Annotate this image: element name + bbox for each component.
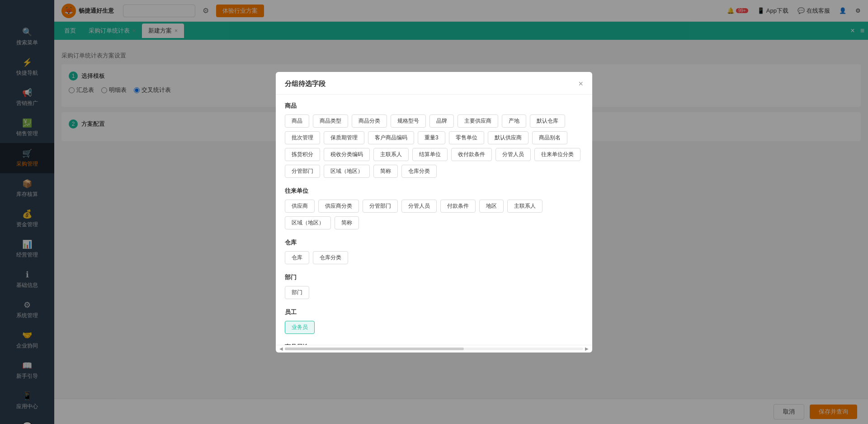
field-batch-mgmt[interactable]: 批次管理 [285, 131, 320, 144]
field-spec-type[interactable]: 规格型号 [391, 114, 426, 128]
field-dept2[interactable]: 分管部门 [363, 200, 398, 213]
section-dept-title: 部门 [285, 273, 583, 281]
field-pickup-score[interactable]: 拣货积分 [285, 148, 320, 161]
modal-overlay: 分组待选字段 × 商品 商品 商品类型 商品分类 规格型号 品牌 主要供应商 产… [0, 0, 868, 424]
hscroll-right-arrow[interactable]: ▶ [585, 346, 589, 351]
hscroll-thumb [285, 348, 464, 350]
section-product-title: 商品 [285, 102, 583, 110]
field-payment-condition[interactable]: 付款条件 [440, 200, 476, 213]
hscroll-track [285, 348, 583, 350]
field-region2[interactable]: 地区 [479, 200, 504, 213]
field-warehouse[interactable]: 仓库 [285, 251, 309, 264]
partner-fields: 供应商 供应商分类 分管部门 分管人员 付款条件 地区 主联系人 区域（地区） … [285, 200, 583, 229]
field-main-supplier[interactable]: 主要供应商 [458, 114, 498, 128]
hscroll-left-arrow[interactable]: ◀ [279, 346, 283, 351]
section-employee: 员工 业务员 [285, 308, 583, 334]
field-customer-code[interactable]: 客户商品编码 [368, 131, 414, 144]
field-manager[interactable]: 分管人员 [495, 148, 531, 161]
field-main-contact[interactable]: 主联系人 [373, 148, 409, 161]
field-default-warehouse[interactable]: 默认仓库 [530, 114, 565, 128]
field-manager2[interactable]: 分管人员 [401, 200, 437, 213]
field-short-name2[interactable]: 简称 [335, 216, 359, 229]
section-warehouse-title: 仓库 [285, 238, 583, 247]
field-tax-code[interactable]: 税收分类编码 [324, 148, 370, 161]
field-product-category[interactable]: 商品分类 [352, 114, 387, 128]
field-supplier-category[interactable]: 供应商分类 [318, 200, 359, 213]
modal-header: 分组待选字段 × [276, 72, 592, 95]
field-default-supplier[interactable]: 默认供应商 [488, 131, 528, 144]
dept-fields: 部门 [285, 286, 583, 299]
field-origin[interactable]: 产地 [502, 114, 526, 128]
field-main-contact2[interactable]: 主联系人 [507, 200, 542, 213]
section-warehouse: 仓库 仓库 仓库分类 [285, 238, 583, 264]
field-product[interactable]: 商品 [285, 114, 309, 128]
modal-title: 分组待选字段 [285, 80, 326, 88]
modal-body[interactable]: 商品 商品 商品类型 商品分类 规格型号 品牌 主要供应商 产地 默认仓库 批次… [276, 95, 592, 345]
field-dept[interactable]: 分管部门 [285, 165, 320, 178]
field-region3[interactable]: 区域（地区） [285, 216, 331, 229]
field-short-name[interactable]: 简称 [373, 165, 398, 178]
warehouse-fields: 仓库 仓库分类 [285, 251, 583, 264]
field-product-type[interactable]: 商品类型 [313, 114, 348, 128]
section-partner: 往来单位 供应商 供应商分类 分管部门 分管人员 付款条件 地区 主联系人 区域… [285, 187, 583, 229]
section-product: 商品 商品 商品类型 商品分类 规格型号 品牌 主要供应商 产地 默认仓库 批次… [285, 102, 583, 178]
field-from-unit-cat[interactable]: 往来单位分类 [534, 148, 580, 161]
product-fields: 商品 商品类型 商品分类 规格型号 品牌 主要供应商 产地 默认仓库 批次管理 … [285, 114, 583, 178]
field-retail-unit[interactable]: 零售单位 [449, 131, 484, 144]
employee-fields: 业务员 [285, 321, 583, 334]
section-employee-title: 员工 [285, 308, 583, 316]
field-product-alias[interactable]: 商品别名 [532, 131, 567, 144]
field-supplier[interactable]: 供应商 [285, 200, 315, 213]
field-dept3[interactable]: 部门 [285, 286, 309, 299]
field-settlement-unit[interactable]: 结算单位 [412, 148, 448, 161]
modal-hscroll[interactable]: ◀ ▶ [276, 345, 592, 352]
field-quality-mgmt[interactable]: 保质期管理 [324, 131, 364, 144]
field-salesperson[interactable]: 业务员 [285, 321, 315, 334]
field-payment-terms[interactable]: 收付款条件 [451, 148, 492, 161]
field-warehouse-cat[interactable]: 仓库分类 [313, 251, 348, 264]
modal-close-btn[interactable]: × [578, 79, 583, 89]
field-brand[interactable]: 品牌 [429, 114, 454, 128]
field-select-modal: 分组待选字段 × 商品 商品 商品类型 商品分类 规格型号 品牌 主要供应商 产… [276, 72, 592, 353]
section-dept: 部门 部门 [285, 273, 583, 299]
section-partner-title: 往来单位 [285, 187, 583, 195]
field-warehouse-category[interactable]: 仓库分类 [401, 165, 437, 178]
field-region[interactable]: 区域（地区） [324, 165, 370, 178]
field-weight3[interactable]: 重量3 [418, 131, 445, 144]
